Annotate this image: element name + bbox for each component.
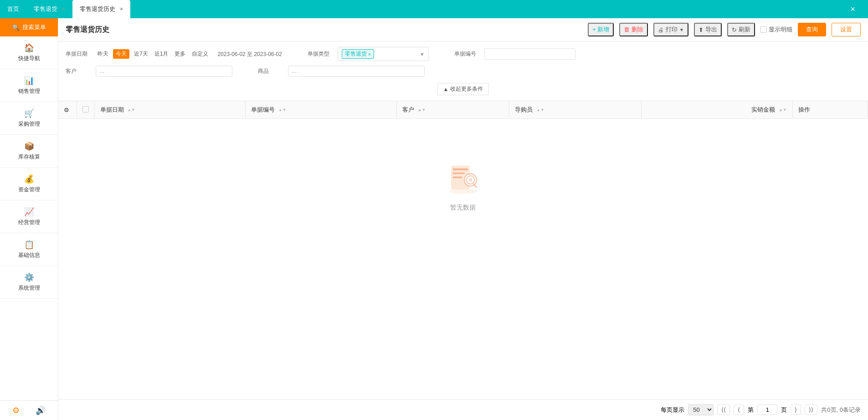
query-button[interactable]: 查询 xyxy=(798,23,826,36)
sidebar-item-quick-nav[interactable]: 🏠 快捷导航 xyxy=(0,36,58,69)
sidebar-item-basic-info[interactable]: 📋 基础信息 xyxy=(0,233,58,266)
inventory-icon: 📦 xyxy=(24,141,34,151)
new-button[interactable]: + 新增 xyxy=(588,23,614,36)
svg-rect-2 xyxy=(453,169,468,171)
th-number[interactable]: 单据编号 ▲▼ xyxy=(246,101,397,119)
tab-retail-return-history[interactable]: 零售退货历史 × xyxy=(72,0,130,18)
th-guide[interactable]: 导购员 ▲▼ xyxy=(509,101,642,119)
page-label-prefix: 第 xyxy=(748,406,754,414)
goods-filter-box[interactable]: ... xyxy=(288,66,425,77)
sidebar-item-finance-label: 资金管理 xyxy=(18,186,40,194)
total-info: 共0页, 0条记录 xyxy=(821,406,861,414)
pagination-bar: 每页显示 10 20 50 100 ⟨⟨ ⟨ 第 页 ⟩ ⟩⟩ 共0页, 0条记… xyxy=(58,399,868,420)
tab-retail-return-close[interactable]: × xyxy=(62,6,65,12)
top-bar: 首页 零售退货 × 零售退货历史 × × xyxy=(0,0,868,18)
type-tag-close[interactable]: × xyxy=(368,51,371,57)
date-opt-7days[interactable]: 近7天 xyxy=(132,50,150,58)
sidebar-item-operations-label: 经营管理 xyxy=(18,219,40,226)
filter-row-1: 单据日期 昨天 今天 近7天 近1月 更多 自定义 2023-06-02 至 2… xyxy=(66,47,861,61)
customer-filter-box[interactable]: ... xyxy=(96,66,232,77)
number-filter-label: 单据编号 xyxy=(454,50,477,58)
th-amount[interactable]: 实销金额 ▲▼ xyxy=(642,101,793,119)
tab-retail-return[interactable]: 零售退货 × xyxy=(26,0,72,18)
sales-icon: 📊 xyxy=(24,76,34,86)
sidebar-item-purchase-mgmt[interactable]: 🛒 采购管理 xyxy=(0,102,58,135)
tab-home[interactable]: 首页 xyxy=(0,0,26,18)
date-filter-label: 单据日期 xyxy=(66,50,88,58)
column-setting-icon[interactable]: ⚙ xyxy=(64,107,69,113)
show-detail-label: 显示明细 xyxy=(769,26,792,34)
per-page-select[interactable]: 10 20 50 100 xyxy=(688,404,714,415)
search-icon: 🔍 xyxy=(12,24,20,31)
th-amount-label: 实销金额 xyxy=(751,106,775,113)
amount-sort-icon[interactable]: ▲▼ xyxy=(779,108,787,112)
delete-button[interactable]: 🗑 删除 xyxy=(619,23,648,36)
date-sort-icon[interactable]: ▲▼ xyxy=(127,108,135,112)
page-prev-button[interactable]: ⟨ xyxy=(734,405,744,415)
th-date[interactable]: 单据日期 ▲▼ xyxy=(94,101,246,119)
goods-filter-label: 商品 xyxy=(258,67,281,75)
date-options: 昨天 今天 近7天 近1月 更多 自定义 xyxy=(96,49,210,59)
th-setting[interactable]: ⚙ xyxy=(58,101,77,119)
sidebar-item-operations[interactable]: 📈 经营管理 xyxy=(0,200,58,233)
sidebar-item-system-label: 系统管理 xyxy=(18,284,40,292)
operations-icon: 📈 xyxy=(24,207,34,217)
sidebar-item-sales-label: 销售管理 xyxy=(18,87,40,95)
svg-rect-3 xyxy=(453,173,465,174)
top-bar-right: × xyxy=(845,5,868,14)
content-area: 零售退货历史 + 新增 🗑 删除 🖨 打印 ▼ ⬆ 导出 ↻ 刷新 xyxy=(58,18,868,420)
window-close-button[interactable]: × xyxy=(845,5,861,14)
sidebar-item-inventory-label: 库存核算 xyxy=(18,153,40,161)
number-sort-icon[interactable]: ▲▼ xyxy=(278,108,287,112)
page-actions: + 新增 🗑 删除 🖨 打印 ▼ ⬆ 导出 ↻ 刷新 显示明细 xyxy=(588,23,861,36)
data-table: ⚙ 单据日期 ▲▼ 单据编号 ▲▼ xyxy=(58,101,868,248)
print-label: 打印 xyxy=(666,26,678,34)
select-all-checkbox[interactable] xyxy=(82,106,89,113)
export-icon: ⬆ xyxy=(699,26,704,33)
export-button[interactable]: ⬆ 导出 xyxy=(694,23,722,36)
svg-point-8 xyxy=(469,178,473,182)
th-guide-label: 导购员 xyxy=(515,106,533,113)
sidebar-item-quick-nav-label: 快捷导航 xyxy=(18,55,40,62)
refresh-icon: ↻ xyxy=(732,26,737,33)
settings-gear-icon[interactable]: ⚙ xyxy=(12,405,20,415)
th-customer-label: 客户 xyxy=(402,106,414,113)
date-opt-more[interactable]: 更多 xyxy=(173,50,187,58)
sidebar-search[interactable]: 🔍 搜索菜单 xyxy=(0,18,58,36)
sidebar-item-inventory[interactable]: 📦 库存核算 xyxy=(0,135,58,168)
show-detail-toggle[interactable]: 显示明细 xyxy=(760,26,792,34)
date-opt-yesterday[interactable]: 昨天 xyxy=(96,50,110,58)
customer-sort-icon[interactable]: ▲▼ xyxy=(418,108,426,112)
show-detail-checkbox[interactable] xyxy=(760,26,767,33)
page-next-button[interactable]: ⟩ xyxy=(791,405,801,415)
date-opt-custom[interactable]: 自定义 xyxy=(190,50,210,58)
page-number-input[interactable] xyxy=(757,405,777,415)
sidebar-search-label: 搜索菜单 xyxy=(22,23,46,31)
print-button[interactable]: 🖨 打印 ▼ xyxy=(653,23,688,36)
collapse-label: 收起更多条件 xyxy=(450,85,483,93)
page-label-suffix: 页 xyxy=(781,406,787,414)
refresh-button[interactable]: ↻ 刷新 xyxy=(727,23,755,36)
sidebar-item-sales-mgmt[interactable]: 📊 销售管理 xyxy=(0,69,58,102)
sound-icon[interactable]: 🔊 xyxy=(36,405,46,415)
th-customer[interactable]: 客户 ▲▼ xyxy=(396,101,509,119)
sidebar-item-system-mgmt[interactable]: ⚙️ 系统管理 xyxy=(0,266,58,299)
export-label: 导出 xyxy=(705,26,717,34)
type-tag-label: 零售退货 xyxy=(345,50,367,58)
setting-button[interactable]: 设置 xyxy=(832,23,861,36)
type-filter-box[interactable]: 零售退货 × ▼ xyxy=(338,47,429,61)
page-title: 零售退货历史 xyxy=(66,25,109,35)
page-last-button[interactable]: ⟩⟩ xyxy=(805,405,817,415)
th-checkbox[interactable] xyxy=(77,101,94,119)
guide-sort-icon[interactable]: ▲▼ xyxy=(536,108,544,112)
sidebar-item-finance[interactable]: 💰 资金管理 xyxy=(0,168,58,200)
collapse-button[interactable]: ▲ 收起更多条件 xyxy=(437,83,489,95)
number-filter-input[interactable] xyxy=(484,48,575,60)
home-icon: 🏠 xyxy=(24,43,34,53)
page-first-button[interactable]: ⟨⟨ xyxy=(717,405,730,415)
sidebar-item-basic-info-label: 基础信息 xyxy=(18,251,40,259)
date-opt-1month[interactable]: 近1月 xyxy=(153,50,170,58)
tab-retail-return-history-close[interactable]: × xyxy=(120,6,123,12)
empty-text: 暂无数据 xyxy=(450,204,476,212)
date-opt-today[interactable]: 今天 xyxy=(113,49,129,59)
